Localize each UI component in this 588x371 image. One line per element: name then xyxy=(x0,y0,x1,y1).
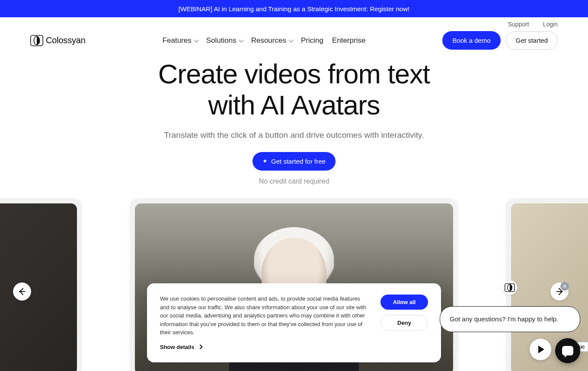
slide-play-button[interactable] xyxy=(530,339,551,360)
get-started-button[interactable]: Get started xyxy=(506,31,558,50)
chevron-right-icon xyxy=(198,345,203,349)
announcement-bar[interactable]: [WEBINAR] AI in Learning and Training as… xyxy=(0,0,588,17)
chat-icon xyxy=(562,346,573,355)
hero-cta-label: Get started for free xyxy=(271,158,326,165)
hero-section: Create videos from text with AI Avatars … xyxy=(0,58,588,185)
cookie-consent-banner: We use cookies to personalise content an… xyxy=(147,283,441,362)
get-started-label: Get started xyxy=(516,37,548,44)
carousel-prev-button[interactable] xyxy=(13,282,31,301)
play-icon xyxy=(538,346,544,353)
carousel-slide-prev xyxy=(0,198,82,371)
carousel-slide-prev-image xyxy=(0,203,77,371)
hero-subtitle: Translate with the click of a button and… xyxy=(0,130,588,140)
nav-enterprise[interactable]: Enterprise xyxy=(332,36,365,45)
hero-cta-wrap: ✦ Get started for free xyxy=(0,152,588,171)
brand-logo[interactable]: Colossyan xyxy=(30,35,86,46)
nav-solutions[interactable]: Solutions xyxy=(206,36,243,45)
cookie-deny-button[interactable]: Deny xyxy=(380,315,428,331)
utility-nav: Support Login xyxy=(0,17,588,28)
nav-pricing[interactable]: Pricing xyxy=(301,36,323,45)
logo-icon xyxy=(30,35,43,46)
nav-solutions-label: Solutions xyxy=(206,36,236,45)
chevron-down-icon xyxy=(289,37,294,42)
support-link[interactable]: Support xyxy=(508,21,529,28)
chevron-down-icon xyxy=(239,37,243,42)
nav-resources-label: Resources xyxy=(251,36,286,45)
chat-close-button[interactable]: ✕ xyxy=(560,282,569,291)
cookie-description: We use cookies to personalise content an… xyxy=(160,295,368,337)
get-started-free-button[interactable]: ✦ Get started for free xyxy=(252,152,336,171)
cookie-show-details[interactable]: Show details xyxy=(160,343,368,352)
chat-prompt-text: Got any questions? I'm happy to help. xyxy=(450,315,558,323)
book-demo-button[interactable]: Book a demo xyxy=(442,31,500,50)
login-link[interactable]: Login xyxy=(543,21,558,28)
nav-pricing-label: Pricing xyxy=(301,36,323,45)
nav-features-label: Features xyxy=(163,36,192,45)
hero-note: No credit card required xyxy=(0,178,588,185)
sparkle-icon: ✦ xyxy=(262,158,268,164)
nav-resources[interactable]: Resources xyxy=(251,36,292,45)
cookie-allow-button[interactable]: Allow all xyxy=(380,295,428,310)
cookie-allow-label: Allow all xyxy=(393,299,416,305)
nav-actions: Book a demo Get started xyxy=(442,31,558,50)
cookie-deny-label: Deny xyxy=(397,320,411,326)
chat-prompt-bubble[interactable]: Got any questions? I'm happy to help. xyxy=(440,306,580,333)
nav-features[interactable]: Features xyxy=(163,36,198,45)
cookie-show-details-label: Show details xyxy=(160,343,194,352)
chat-launcher-button[interactable] xyxy=(555,338,580,363)
close-icon: ✕ xyxy=(562,283,567,289)
hero-title: Create videos from text with AI Avatars xyxy=(0,58,588,121)
main-navbar: Colossyan Features Solutions Resources P… xyxy=(0,28,588,54)
cookie-text-wrap: We use cookies to personalise content an… xyxy=(160,295,368,351)
book-demo-label: Book a demo xyxy=(452,37,490,44)
nav-enterprise-label: Enterprise xyxy=(332,36,365,45)
hero-title-line1: Create videos from text xyxy=(158,59,430,89)
arrow-left-icon xyxy=(19,288,26,295)
logo-text: Colossyan xyxy=(46,35,86,45)
chat-agent-avatar xyxy=(502,280,517,295)
nav-center: Features Solutions Resources Pricing Ent… xyxy=(163,36,366,45)
announcement-text: [WEBINAR] AI in Learning and Training as… xyxy=(179,5,409,13)
hero-title-line2: with AI Avatars xyxy=(208,90,380,120)
chevron-down-icon xyxy=(194,37,198,42)
cookie-actions: Allow all Deny xyxy=(380,295,428,331)
